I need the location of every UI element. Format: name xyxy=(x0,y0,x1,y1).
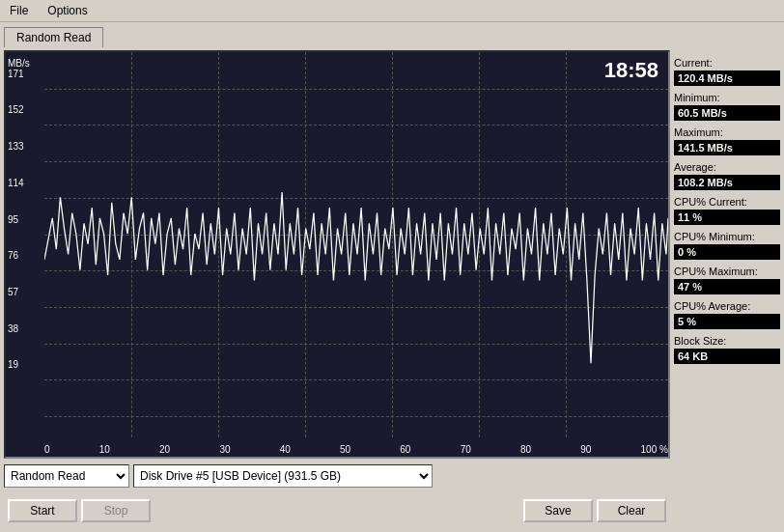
menu-file[interactable]: File xyxy=(4,2,34,19)
cpu-current-value: 11 % xyxy=(674,210,780,225)
mode-select[interactable]: Random Read Sequential Read Random Write… xyxy=(4,464,129,488)
save-button[interactable]: Save xyxy=(523,499,593,522)
cpu-minimum-label: CPU% Minimum: xyxy=(674,231,780,242)
minimum-value: 60.5 MB/s xyxy=(674,105,780,121)
x-label-0: 0 xyxy=(44,444,50,455)
main-window: File Options Random Read MB/s 18:58 xyxy=(0,0,784,532)
cpu-maximum-value: 47 % xyxy=(674,279,780,294)
start-button[interactable]: Start xyxy=(8,499,77,522)
menu-options[interactable]: Options xyxy=(42,2,93,19)
chart-svg xyxy=(44,52,668,457)
maximum-label: Maximum: xyxy=(674,126,780,138)
tab-container: Random Read xyxy=(4,26,670,46)
x-label-90: 90 xyxy=(580,444,591,455)
x-axis-labels: 0 10 20 30 40 50 60 70 80 90 100 % xyxy=(44,444,668,455)
x-label-10: 10 xyxy=(99,444,110,455)
controls-row: Random Read Sequential Read Random Write… xyxy=(4,462,670,490)
bottom-buttons-row: Start Stop Save Clear xyxy=(4,493,670,528)
stop-button[interactable]: Stop xyxy=(81,499,151,522)
clear-button[interactable]: Clear xyxy=(597,499,666,522)
y-label-152: 152 xyxy=(8,104,24,115)
tab-random-read[interactable]: Random Read xyxy=(4,27,103,47)
main-content: Random Read MB/s 18:58 xyxy=(0,22,784,532)
menu-bar: File Options xyxy=(0,0,784,22)
x-label-50: 50 xyxy=(340,444,350,455)
x-label-80: 80 xyxy=(520,444,531,455)
y-label-76: 76 xyxy=(8,250,18,261)
y-label-57: 57 xyxy=(8,287,18,297)
y-label-133: 133 xyxy=(8,141,24,152)
drive-select[interactable]: Disk Drive #5 [USB Device] (931.5 GB) xyxy=(133,464,433,488)
y-axis-unit-label: MB/s xyxy=(8,58,30,69)
average-label: Average: xyxy=(674,161,780,173)
x-label-30: 30 xyxy=(219,444,230,455)
block-size-label: Block Size: xyxy=(674,335,780,347)
maximum-value: 141.5 MB/s xyxy=(674,140,780,155)
cpu-average-label: CPU% Average: xyxy=(674,300,780,312)
y-label-38: 38 xyxy=(8,323,18,334)
right-panel: Current: 120.4 MB/s Minimum: 60.5 MB/s M… xyxy=(674,26,780,528)
left-panel: Random Read MB/s 18:58 xyxy=(4,26,670,528)
minimum-label: Minimum: xyxy=(674,92,780,103)
x-label-40: 40 xyxy=(280,444,291,455)
y-label-171: 171 xyxy=(8,69,24,79)
block-size-value: 64 KB xyxy=(674,349,780,364)
cpu-average-value: 5 % xyxy=(674,314,780,329)
cpu-maximum-label: CPU% Maximum: xyxy=(674,266,780,277)
cpu-minimum-value: 0 % xyxy=(674,244,780,260)
cpu-current-label: CPU% Current: xyxy=(674,196,780,208)
current-value: 120.4 MB/s xyxy=(674,70,780,86)
x-label-20: 20 xyxy=(159,444,170,455)
x-label-100: 100 % xyxy=(641,444,668,455)
y-label-114: 114 xyxy=(8,178,24,188)
x-label-70: 70 xyxy=(461,444,471,455)
y-label-19: 19 xyxy=(8,359,18,370)
current-label: Current: xyxy=(674,57,780,69)
average-value: 108.2 MB/s xyxy=(674,175,780,190)
y-label-95: 95 xyxy=(8,214,18,225)
chart-area: MB/s 18:58 xyxy=(4,50,670,459)
x-label-60: 60 xyxy=(400,444,410,455)
